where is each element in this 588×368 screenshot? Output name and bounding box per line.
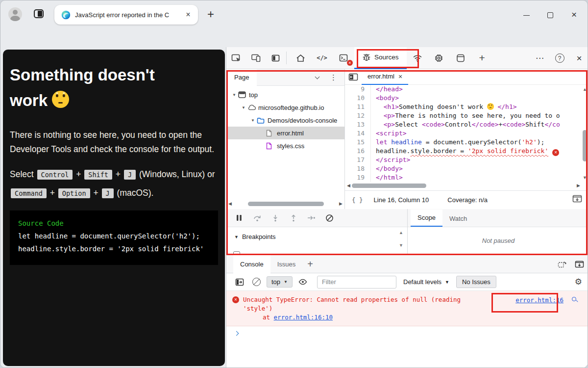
scroll-down-icon[interactable]: ▼ [399,243,403,248]
add-drawer-tab-icon[interactable]: + [307,259,313,270]
console-sidebar-icon[interactable] [231,275,248,289]
live-expression-eye-icon[interactable] [294,275,311,289]
console-drawer-icon[interactable]: × [333,49,354,67]
code-line-18[interactable]: 18</body> [345,164,588,173]
no-issues-button[interactable]: No Issues [456,276,496,288]
tab-watch[interactable]: Watch [442,210,474,227]
scrollbar-thumb[interactable] [352,184,426,188]
code-line-16[interactable]: 16headline.style.border = '2px solid fir… [345,147,588,156]
code-line-12[interactable]: 12 <p>There is nothing to see here, you … [345,111,588,120]
scroll-right-icon[interactable]: ▶ [339,201,343,206]
browser-tab[interactable]: JavaScript error reported in the C × [54,5,198,25]
window-close-button[interactable]: × [571,9,577,20]
code-line-15[interactable]: 15let headline = document.querySelector(… [345,138,588,147]
network-conditions-icon[interactable] [407,49,428,67]
log-levels-dropdown[interactable]: Default levels ▼ [403,278,449,286]
step-into-icon[interactable] [267,210,284,226]
code-line-10[interactable]: 10<body> [345,94,588,103]
line-number[interactable]: 9 [345,85,370,94]
breakpoints-section[interactable]: ▼ Breakpoints [226,227,407,240]
line-number[interactable]: 18 [345,164,370,173]
code-line-13[interactable]: 13 <p>Select <code>Control</code>+<code>… [345,120,588,129]
editor-tab-close-icon[interactable]: × [398,73,402,80]
tree-item-microsoftedge-github-io[interactable]: ▼microsoftedge.github.io [226,101,344,114]
dock-drawer-icon[interactable] [572,195,582,203]
tree-item-styles-css[interactable]: styles.css [226,139,344,152]
new-tab-button[interactable]: + [207,7,214,21]
code-line-9[interactable]: 9</head> [345,85,588,94]
maximize-button[interactable] [547,12,553,18]
devtools-menu-icon[interactable]: ⋯ [530,49,550,68]
code-editor[interactable]: 9</head>10<body>11 <h1>Something doesn't… [345,85,588,182]
tab-scope[interactable]: Scope [411,210,442,227]
minimize-button[interactable] [523,15,530,16]
scroll-left-icon[interactable]: ◀ [228,201,232,206]
filter-input[interactable] [317,276,396,289]
line-number[interactable]: 10 [345,94,370,103]
breakpoint-checkbox[interactable] [233,251,240,255]
help-icon[interactable]: ? [550,49,569,68]
console-prompt[interactable] [226,326,588,340]
tab-page[interactable]: Page [226,69,257,86]
tree-expand-caret[interactable]: ▼ [240,105,247,110]
console-settings-gear-icon[interactable]: ⚙ [575,277,582,287]
scroll-up-icon[interactable]: ▲ [399,230,403,235]
scrollbar-thumb[interactable] [583,130,587,161]
tree-expand-caret[interactable]: ▼ [230,93,238,97]
line-number[interactable]: 11 [345,103,370,111]
scrollbar-thumb[interactable] [248,202,324,206]
line-number[interactable]: 14 [345,129,370,138]
editor-hscrollbar[interactable]: ◀ ▶ [345,182,588,190]
tree-item-top[interactable]: ▼top [226,88,344,101]
scroll-down-icon[interactable]: ▼ [583,175,587,180]
tab-issues[interactable]: Issues [270,255,303,273]
line-number[interactable]: 13 [345,120,370,129]
search-magnifier-icon[interactable] [572,297,576,301]
line-number[interactable]: 19 [345,173,370,182]
navigator-menu-icon[interactable]: ⋮ [330,73,338,82]
tree-item-error-html[interactable]: error.html [226,127,344,139]
expand-drawer-icon[interactable] [575,261,584,268]
performance-cpu-icon[interactable] [428,49,450,67]
undock-drawer-icon[interactable] [558,261,567,268]
line-number[interactable]: 15 [345,138,370,147]
tree-expand-caret[interactable]: ▼ [249,118,257,123]
application-storage-icon[interactable] [450,49,471,67]
welcome-home-icon[interactable] [290,49,311,67]
context-selector[interactable]: top ▼ [267,276,293,288]
tab-sources[interactable]: Sources [354,47,407,69]
tab-error-html[interactable]: error.html × [362,69,408,85]
code-line-19[interactable]: 19</html> [345,173,588,182]
scroll-right-icon[interactable]: ▶ [577,183,580,188]
dock-side-icon[interactable] [266,49,285,67]
step-out-icon[interactable] [285,210,302,226]
profile-avatar[interactable] [8,7,22,21]
inline-error-icon[interactable]: × [552,149,559,156]
device-emulation-icon[interactable] [246,49,266,67]
more-tools-plus-icon[interactable]: + [471,49,493,67]
editor-vscrollbar[interactable]: ▲ ▼ [582,87,588,180]
clear-console-icon[interactable] [248,275,265,289]
scroll-left-icon[interactable]: ◀ [347,183,350,188]
tab-console[interactable]: Console [233,255,270,273]
step-icon[interactable] [303,210,320,226]
error-source-link[interactable]: error.html:16 [515,296,564,305]
line-number[interactable]: 16 [345,147,370,156]
step-over-icon[interactable] [248,210,266,226]
tab-actions-icon[interactable] [34,9,44,18]
line-number[interactable]: 17 [345,156,370,164]
chevron-down-icon[interactable] [315,74,320,79]
elements-icon[interactable]: </> [311,49,333,67]
code-line-17[interactable]: 17</script> [345,156,588,164]
tab-close-icon[interactable]: × [183,10,193,19]
code-line-11[interactable]: 11 <h1>Something doesn't work </h1> [345,103,588,111]
pause-icon[interactable] [230,210,247,226]
tree-item-demos-devtools-console[interactable]: ▼Demos/devtools-console [226,114,344,127]
hide-navigator-icon[interactable] [345,73,362,81]
code-line-14[interactable]: 14<script> [345,129,588,138]
pretty-print-icon[interactable]: { } [352,196,363,204]
inspect-icon[interactable] [226,49,246,67]
stack-frame-link[interactable]: error.html:16:10 [274,314,333,321]
scroll-up-icon[interactable]: ▲ [583,87,587,92]
navigator-hscrollbar[interactable]: ◀ ▶ [227,200,343,208]
